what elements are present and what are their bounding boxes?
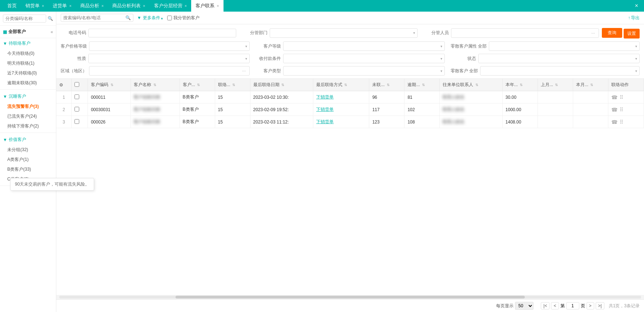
sidebar-group-1[interactable]: ▼沉睡客户 (0, 91, 56, 102)
scroll-track[interactable] (59, 296, 641, 299)
col-contact-person[interactable]: 往来单位联系人 ⇅ (440, 79, 502, 91)
col-last-date[interactable]: 最后联络日期 ⇅ (250, 79, 313, 91)
nav-close-进货单[interactable]: × (69, 4, 71, 8)
status-select[interactable]: ▾ (478, 54, 640, 63)
sidebar-item-1-2[interactable]: 持续下滑客户(2) (0, 121, 56, 131)
sidebar-item-0-0[interactable]: 今天待联络(0) (0, 49, 56, 58)
manager-select[interactable]: ··· (451, 28, 599, 38)
last-method-link-0[interactable]: 下销货单 (316, 94, 334, 100)
scattered-select[interactable]: ▾ (480, 66, 640, 76)
more-conditions-button[interactable]: ▼ 更多条件 ▴ (137, 15, 163, 21)
scroll-thumb[interactable] (176, 296, 525, 299)
customer-grade-select[interactable]: ▾ (283, 41, 444, 51)
select-all-checkbox[interactable] (75, 82, 79, 87)
dept-select[interactable]: ▾ (270, 28, 418, 38)
scattered-attr-select[interactable]: ▾ (489, 41, 640, 51)
nav-item-首页[interactable]: 首页 (3, 0, 21, 12)
export-button[interactable]: ↑ 导出 (628, 15, 640, 21)
nav-item-商品分析[interactable]: 商品分析× (76, 0, 108, 12)
nav-close-商品分析列表[interactable]: × (143, 4, 145, 8)
row-checkbox-2[interactable] (75, 119, 79, 124)
filter-scattered-attr: 零散客户属性 全部 ▾ (451, 41, 640, 51)
group-label-0: 待联络客户 (9, 40, 31, 46)
page-input[interactable] (566, 302, 579, 309)
prev-page-button[interactable]: < (551, 302, 559, 309)
action-icon-2-0[interactable]: ⠿ (620, 94, 623, 100)
nav-item-进货单[interactable]: 进货单× (48, 0, 76, 12)
nav-item-销货单[interactable]: 销货单× (21, 0, 48, 12)
settings-button[interactable]: 设置 (624, 29, 640, 39)
sidebar-item-1-0[interactable]: 流失预警客户(3) (0, 102, 56, 112)
payment-arrow: ▾ (440, 57, 442, 61)
action-icon-1-0[interactable]: ☎ (611, 94, 617, 100)
customer-type-select[interactable]: ▾ (283, 66, 444, 76)
blurred-cp-1: 联系人姓名 (443, 106, 464, 113)
collapse-icon[interactable]: « (51, 29, 53, 35)
cell-last-method-2: 下销货单 (313, 116, 369, 128)
col-contact[interactable]: 联络... ⇅ (215, 79, 250, 91)
more-dots-1[interactable]: ··· (591, 31, 595, 36)
more-dots-2[interactable]: ··· (242, 68, 246, 73)
col-last-month[interactable]: 上月... ⇅ (538, 79, 573, 91)
col-code[interactable]: 客户编码 ⇅ (88, 79, 131, 91)
nav-item-客户联系[interactable]: 客户联系× (191, 0, 223, 12)
sidebar-all-customers[interactable]: ▦ 全部客户 « (0, 26, 56, 38)
query-button[interactable]: 查询 (602, 28, 622, 38)
nav-item-商品分析列表[interactable]: 商品分析列表× (108, 0, 149, 12)
nav-close-商品分析[interactable]: × (101, 4, 104, 8)
sidebar-group-0[interactable]: ▼待联络客户 (0, 38, 56, 49)
col-type[interactable]: 客户... ⇅ (180, 79, 215, 91)
first-page-button[interactable]: |< (541, 302, 550, 309)
my-customers-toggle[interactable]: 我分管的客户 (167, 15, 200, 21)
action-icon-2-2[interactable]: ⠿ (620, 119, 623, 125)
group-arrow-0: ▼ (3, 41, 7, 46)
sidebar-item-0-3[interactable]: 逾期未联络(30) (0, 78, 56, 88)
close-all-button[interactable]: × (632, 3, 641, 9)
my-customers-checkbox[interactable] (167, 16, 172, 20)
sidebar-item-0-1[interactable]: 明天待联络(1) (0, 58, 56, 68)
sidebar-item-1-1[interactable]: 已流失客户(24) (0, 112, 56, 121)
page-size-select[interactable]: 50 100 (515, 302, 534, 310)
sidebar-search-input[interactable] (3, 15, 46, 23)
action-icon-1-1[interactable]: ☎ (611, 107, 617, 113)
cell-name-1: 客户名称示例 (131, 104, 180, 116)
nature-select[interactable]: ▾ (88, 54, 250, 63)
col-uncontacted[interactable]: 未联... ⇅ (369, 79, 404, 91)
col-name[interactable]: 客户名称 ⇅ (131, 79, 180, 91)
sidebar-item-2-2[interactable]: B类客户(33) (0, 165, 56, 174)
col-last-method[interactable]: 最后联络方式 ⇅ (313, 79, 369, 91)
nav-close-客户分层经营[interactable]: × (185, 4, 187, 8)
last-method-link-1[interactable]: 下销货单 (316, 107, 334, 112)
col-this-month[interactable]: 本月... ⇅ (573, 79, 608, 91)
dept-arrow: ▾ (413, 31, 415, 35)
sidebar-group-2[interactable]: ▼价值客户 (0, 134, 56, 145)
main-search-icon[interactable]: 🔍 (125, 15, 131, 20)
last-method-link-2[interactable]: 下销货单 (316, 119, 334, 124)
action-icon-2-1[interactable]: ⠿ (620, 107, 623, 113)
price-grade-select[interactable]: ▾ (89, 41, 250, 51)
sidebar-search-icon[interactable]: 🔍 (48, 16, 53, 21)
settings-col-icon[interactable]: ⚙ (59, 82, 63, 88)
contact-sort-icon: ⇅ (232, 83, 235, 87)
horizontal-scrollbar[interactable] (56, 295, 644, 299)
sidebar-item-0-2[interactable]: 近7天待联络(0) (0, 68, 56, 78)
phone-input[interactable] (88, 29, 236, 37)
payment-select[interactable]: ▾ (283, 54, 444, 63)
last-page-button[interactable]: >| (596, 302, 604, 309)
col-year-amount[interactable]: 本年... ⇅ (502, 79, 538, 91)
cell-seq-1: 2 (56, 104, 71, 116)
row-checkbox-1[interactable] (75, 107, 79, 112)
nav-close-销货单[interactable]: × (42, 4, 44, 8)
row-checkbox-0[interactable] (75, 94, 79, 99)
main-search-input[interactable] (63, 15, 125, 20)
region-select[interactable]: ··· (89, 66, 250, 76)
col-overdue[interactable]: 逾期... ⇅ (404, 79, 440, 91)
nav-close-客户联系[interactable]: × (217, 4, 219, 8)
sidebar-item-2-1[interactable]: A类客户(1) (0, 155, 56, 165)
cell-uncontacted-1: 117 (369, 104, 404, 116)
next-page-button[interactable]: > (587, 302, 594, 309)
cell-type-2: B类客户 (180, 116, 215, 128)
sidebar-item-2-0[interactable]: 未分组(32) (0, 145, 56, 155)
action-icon-1-2[interactable]: ☎ (611, 119, 617, 125)
nav-item-客户分层经营[interactable]: 客户分层经营× (150, 0, 191, 12)
